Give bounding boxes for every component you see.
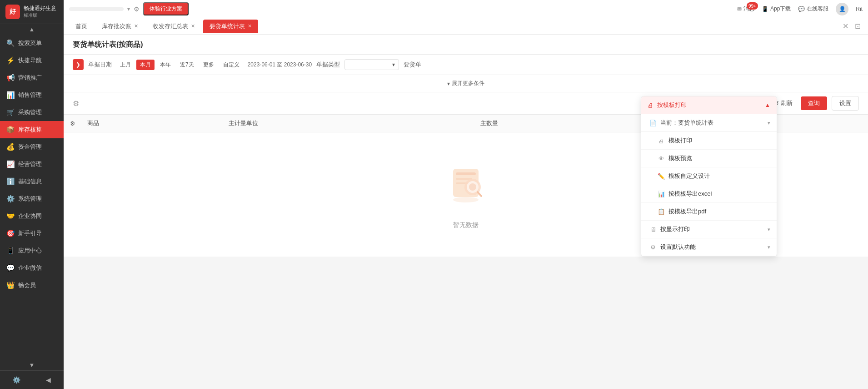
- table-header-unit: 主计量单位: [223, 115, 475, 132]
- dropdown-item-label: 模板预览: [668, 154, 692, 162]
- sidebar-item-guide[interactable]: 🎯 新手引导: [0, 225, 64, 242]
- empty-state-icon: [443, 160, 489, 214]
- avatar[interactable]: 👤: [836, 3, 848, 15]
- main-area: ▾ ⚙ 体验行业方案 ✉ 消息 99+ 📱 App下载 💬 在线客服 👤 Rit…: [64, 0, 868, 389]
- dropdown-item-export-excel[interactable]: 📊 按模板导出excel: [641, 185, 777, 203]
- query-button[interactable]: 查询: [801, 96, 827, 110]
- sidebar-collapse-btn[interactable]: ◀: [42, 374, 55, 385]
- date-filter-label: 单据日期: [88, 61, 112, 69]
- sidebar-item-operations[interactable]: 📈 经营管理: [0, 156, 64, 173]
- message-badge: 99+: [747, 2, 758, 10]
- dropdown-collapse-icon[interactable]: ▲: [765, 102, 770, 108]
- date-option-7days[interactable]: 近7天: [176, 60, 198, 70]
- sales-icon: 📊: [6, 91, 15, 99]
- messages-button[interactable]: ✉ 消息 99+: [737, 5, 754, 13]
- sidebar-item-enterprise-wechat[interactable]: 💬 企业微信: [0, 259, 64, 277]
- purchase-icon: 🛒: [6, 108, 15, 116]
- sidebar-item-label: 企业微信: [18, 264, 42, 272]
- tab-home[interactable]: 首页: [69, 20, 94, 33]
- sidebar-item-marketing[interactable]: 📢 营销推广: [0, 69, 64, 86]
- dropdown-item-export-pdf[interactable]: 📋 按模板导出pdf: [641, 203, 777, 221]
- table-header-product: 商品: [82, 115, 223, 132]
- tab-label: 首页: [75, 22, 87, 30]
- sidebar-item-label: 库存核算: [18, 126, 42, 134]
- filter-bar: ❯ 单据日期 上月 本月 本年 近7天 更多 自定义 2023-06-01 至 …: [64, 55, 868, 75]
- message-icon: ✉: [737, 6, 742, 12]
- sidebar-item-search[interactable]: 🔍 搜索菜单: [0, 35, 64, 52]
- tabs-actions: ✕ ⊡: [841, 21, 863, 31]
- template-design-icon: ✏️: [658, 173, 665, 180]
- dropdown-sub-item-default-settings[interactable]: ⚙ 设置默认功能 ▾: [641, 238, 777, 256]
- sidebar-item-label: 资金管理: [18, 143, 42, 151]
- table-gear-icon[interactable]: ⚙: [73, 99, 79, 108]
- settings-button[interactable]: 设置: [832, 96, 859, 111]
- sidebar-settings-btn[interactable]: ⚙️: [9, 374, 24, 385]
- trial-button[interactable]: 体验行业方案: [143, 2, 189, 15]
- sidebar-item-label: 销售管理: [18, 91, 42, 99]
- tab-inventory-summary[interactable]: 收发存汇总表 ✕: [146, 20, 201, 33]
- dropdown-sub-item-display-print[interactable]: 🖥 按显示打印 ▾: [641, 221, 777, 238]
- sidebar-item-sales[interactable]: 📊 销售管理: [0, 86, 64, 104]
- date-option-more[interactable]: 更多: [200, 60, 218, 70]
- date-range-display: 2023-06-01 至 2023-06-30: [248, 61, 312, 69]
- system-icon: ⚙️: [6, 195, 15, 203]
- dropdown-sub-item-left: 🖥 按显示打印: [649, 225, 690, 233]
- sidebar-bottom: ⚙️ ◀: [0, 370, 64, 389]
- sidebar-item-inventory[interactable]: 📦 库存核算: [0, 121, 64, 138]
- tab-close-window-btn[interactable]: ✕: [841, 21, 850, 31]
- date-option-thismonth[interactable]: 本月: [136, 60, 155, 70]
- table-header-quantity: 主数量: [475, 115, 653, 132]
- app-download-button[interactable]: 📱 App下载: [762, 5, 791, 13]
- logo-text-block: 畅捷通好生意 标准版: [24, 5, 56, 19]
- date-option-thisyear[interactable]: 本年: [156, 60, 175, 70]
- sidebar-item-basics[interactable]: ℹ️ 基础信息: [0, 173, 64, 190]
- tab-close-icon[interactable]: ✕: [134, 23, 138, 29]
- date-options-group: 上月 本月 本年 近7天 更多 自定义: [116, 60, 243, 70]
- tabs-bar: 首页 库存批次账 ✕ 收发存汇总表 ✕ 要货单统计表 ✕ ✕ ⊡: [64, 18, 868, 35]
- dropdown-item-label: 模板自定义设计: [668, 172, 710, 180]
- online-service-button[interactable]: 💬 在线客服: [798, 5, 828, 13]
- dropdown-title: 🖨 按模板打印: [648, 101, 687, 109]
- username-label: Rit: [856, 6, 863, 12]
- tab-order-stats[interactable]: 要货单统计表 ✕: [203, 20, 258, 33]
- sidebar-scroll-up[interactable]: ▲: [0, 24, 64, 35]
- dropdown-current-item[interactable]: 📄 当前：要货单统计表 ▾: [641, 114, 777, 132]
- svg-point-0: [453, 197, 479, 202]
- expand-more-button[interactable]: ▾ 展开更多条件: [442, 78, 490, 89]
- online-service-label: 在线客服: [807, 5, 828, 13]
- sidebar-item-collab[interactable]: 🤝 企业协同: [0, 207, 64, 225]
- topbar: ▾ ⚙ 体验行业方案 ✉ 消息 99+ 📱 App下载 💬 在线客服 👤 Rit: [64, 0, 868, 18]
- sidebar-item-finance[interactable]: 💰 资金管理: [0, 138, 64, 156]
- tab-close-icon[interactable]: ✕: [248, 23, 252, 29]
- sidebar-item-system[interactable]: ⚙️ 系统管理: [0, 190, 64, 207]
- sidebar-item-quicknav[interactable]: ⚡ 快捷导航: [0, 52, 64, 69]
- date-option-lastmonth[interactable]: 上月: [116, 60, 135, 70]
- filter-toggle-button[interactable]: ❯: [73, 59, 84, 70]
- sidebar-item-member[interactable]: 👑 畅会员: [0, 277, 64, 294]
- sidebar-item-purchase[interactable]: 🛒 采购管理: [0, 104, 64, 121]
- dropdown-item-template-preview[interactable]: 👁 模板预览: [641, 150, 777, 167]
- dropdown-item-template-print[interactable]: 🖨 模板打印: [641, 132, 777, 150]
- dropdown-item-template-design[interactable]: ✏️ 模板自定义设计: [641, 167, 777, 185]
- guide-icon: 🎯: [6, 229, 15, 237]
- template-print-icon: 🖨: [658, 137, 665, 144]
- topbar-chevron-icon[interactable]: ▾: [127, 6, 130, 12]
- dropdown-sub-item-chevron-icon: ▾: [768, 244, 770, 250]
- sidebar-item-label: 快捷导航: [18, 56, 42, 65]
- sidebar-item-appcenter[interactable]: 📱 应用中心: [0, 242, 64, 259]
- app-version: 标准版: [24, 12, 56, 19]
- order-type-select[interactable]: ▾: [344, 59, 399, 70]
- app-download-label: App下载: [770, 5, 791, 13]
- date-option-custom[interactable]: 自定义: [219, 60, 243, 70]
- topbar-gear-icon[interactable]: ⚙: [134, 5, 140, 13]
- dropdown-current-left: 📄 当前：要货单统计表: [649, 119, 713, 127]
- tab-inventory-batch[interactable]: 库存批次账 ✕: [95, 20, 145, 33]
- sidebar-scroll-down[interactable]: ▼: [0, 360, 64, 370]
- download-icon: 📱: [762, 6, 768, 12]
- template-preview-icon: 👁: [658, 155, 665, 162]
- gear-icon[interactable]: ⚙: [70, 120, 75, 127]
- tab-maximize-btn[interactable]: ⊡: [853, 21, 863, 31]
- tab-close-icon[interactable]: ✕: [191, 23, 195, 29]
- topbar-search-display: [69, 7, 124, 11]
- dropdown-title-label: 按模板打印: [657, 101, 687, 109]
